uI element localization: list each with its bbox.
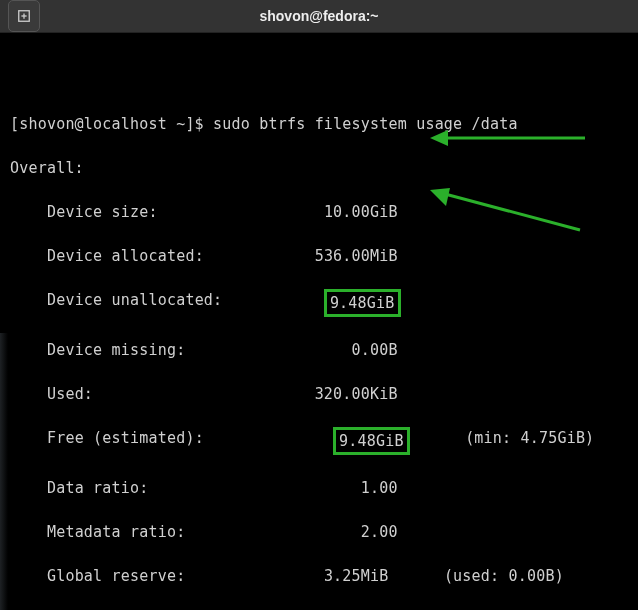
shell-prompt: [shovon@localhost ~]$ — [10, 115, 204, 133]
typed-command: sudo btrfs filesystem usage /data — [213, 115, 518, 133]
highlight-box-unallocated: 9.48GiB — [324, 289, 401, 317]
highlight-box-free: 9.48GiB — [333, 427, 410, 455]
terminal-window: shovon@fedora:~ [shovon@localhost ~]$ su… — [0, 0, 638, 610]
row-free-estimated: Free (estimated): 9.48GiB (min: 4.75GiB) — [10, 427, 628, 455]
row-device-missing: Device missing: 0.00B — [10, 339, 628, 361]
line-prompt-cmd: [shovon@localhost ~]$ sudo btrfs filesys… — [10, 113, 628, 135]
row-data-ratio: Data ratio: 1.00 — [10, 477, 628, 499]
row-global-reserve: Global reserve: 3.25MiB (used: 0.00B) — [10, 565, 628, 587]
overall-header: Overall: — [10, 157, 628, 179]
row-metadata-ratio: Metadata ratio: 2.00 — [10, 521, 628, 543]
row-device-unallocated: Device unallocated: 9.48GiB — [10, 289, 628, 317]
window-title: shovon@fedora:~ — [0, 8, 638, 24]
left-shadow — [0, 333, 8, 610]
global-reserve-used: (used: 0.00B) — [444, 565, 564, 587]
new-tab-icon — [17, 9, 31, 23]
new-tab-button[interactable] — [8, 0, 40, 32]
terminal-body[interactable]: [shovon@localhost ~]$ sudo btrfs filesys… — [0, 33, 638, 610]
row-used: Used: 320.00KiB — [10, 383, 628, 405]
row-device-allocated: Device allocated: 536.00MiB — [10, 245, 628, 267]
row-device-size: Device size: 10.00GiB — [10, 201, 628, 223]
free-min: (min: 4.75GiB) — [465, 427, 594, 455]
titlebar: shovon@fedora:~ — [0, 0, 638, 33]
